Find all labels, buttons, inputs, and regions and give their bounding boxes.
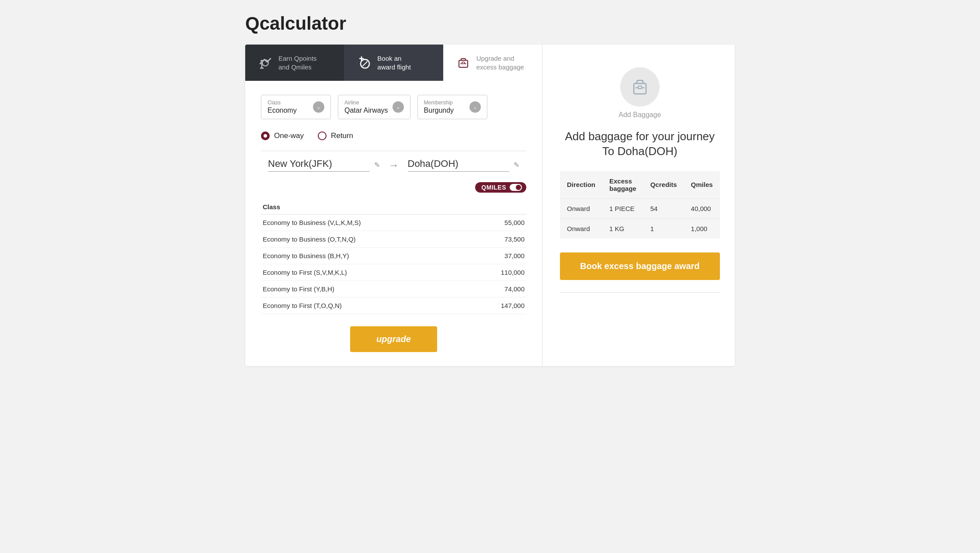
baggage-header: Add Baggage — [560, 67, 720, 119]
baggage-icon-circle — [620, 67, 660, 107]
baggage-table-row: Onward 1 KG 1 1,000 — [560, 218, 720, 238]
row-value: 55,000 — [470, 214, 526, 231]
toggle-knob — [510, 184, 522, 191]
content-area: Class Economy ⌄ Airline Qatar Airways ⌄ — [245, 81, 542, 366]
upgrade-table: Class Economy to Business (V,L,K,M,S) 55… — [261, 200, 526, 314]
table-row: Economy to First (T,O,Q,N) 147,000 — [261, 297, 526, 314]
class-dropdown[interactable]: Class Economy ⌄ — [261, 95, 331, 119]
baggage-table-row: Onward 1 PIECE 54 40,000 — [560, 198, 720, 218]
class-chevron-icon: ⌄ — [313, 101, 324, 113]
baggage-col-header: Excess baggage — [602, 171, 643, 199]
baggage-col-header: Qmiles — [684, 171, 720, 199]
baggage-direction: Onward — [560, 198, 602, 218]
table-row: Economy to First (Y,B,H) 74,000 — [261, 281, 526, 297]
row-class: Economy to Business (O,T,N,Q) — [261, 231, 470, 248]
airline-label: Airline — [344, 100, 388, 106]
row-class: Economy to First (S,V,M,K,L) — [261, 264, 470, 281]
baggage-table: DirectionExcess baggageQcreditsQmiles On… — [560, 171, 720, 238]
upgrade-button[interactable]: upgrade — [350, 326, 437, 352]
svg-rect-7 — [462, 62, 465, 64]
svg-rect-11 — [638, 86, 642, 89]
tab-upgrade-label: Upgrade andexcess baggage — [476, 54, 524, 71]
airline-value: Qatar Airways — [344, 107, 388, 114]
qmiles-toggle[interactable]: QMILES — [475, 182, 526, 193]
left-panel: + Earn Qpointsand Qmiles Book — [245, 45, 542, 366]
qmiles-label: QMILES — [481, 184, 506, 191]
svg-text:+: + — [261, 60, 262, 62]
return-label: Return — [331, 131, 353, 140]
table-row: Economy to Business (V,L,K,M,S) 55,000 — [261, 214, 526, 231]
tab-award[interactable]: Book anaward flight — [344, 45, 443, 81]
row-value: 147,000 — [470, 297, 526, 314]
origin-city: New York(JFK) — [268, 158, 370, 172]
baggage-col-header: Direction — [560, 171, 602, 199]
one-way-label: One-way — [274, 131, 304, 140]
baggage-col-header: Qcredits — [643, 171, 684, 199]
baggage-excess: 1 PIECE — [602, 198, 643, 218]
one-way-radio[interactable] — [261, 131, 270, 140]
row-value: 73,500 — [470, 231, 526, 248]
row-value: 110,000 — [470, 264, 526, 281]
baggage-icon-label: Add Baggage — [619, 111, 661, 119]
book-baggage-button[interactable]: Book excess baggage award — [560, 252, 720, 280]
tab-earn-label: Earn Qpointsand Qmiles — [278, 54, 317, 71]
row-class: Economy to First (Y,B,H) — [261, 281, 470, 297]
upgrade-btn-row: upgrade — [261, 326, 526, 352]
destination-city: Doha(DOH) — [408, 158, 510, 172]
destination-edit-icon[interactable]: ✎ — [514, 161, 519, 169]
table-row: Economy to First (S,V,M,K,L) 110,000 — [261, 264, 526, 281]
class-label: Class — [268, 100, 297, 106]
membership-dropdown[interactable]: Membership Burgundy ⌄ — [417, 95, 487, 119]
tab-bar: + Earn Qpointsand Qmiles Book — [245, 45, 542, 81]
tab-award-label: Book anaward flight — [377, 54, 411, 71]
table-row: Economy to Business (B,H,Y) 37,000 — [261, 248, 526, 264]
award-icon — [356, 55, 372, 71]
book-btn-row: Book excess baggage award — [560, 252, 720, 280]
tab-earn[interactable]: + Earn Qpointsand Qmiles — [245, 45, 344, 81]
row-value: 37,000 — [470, 248, 526, 264]
return-option[interactable]: Return — [318, 131, 353, 140]
membership-label: Membership — [424, 100, 454, 106]
table-header-value — [470, 200, 526, 214]
return-radio[interactable] — [318, 131, 327, 140]
table-row: Economy to Business (O,T,N,Q) 73,500 — [261, 231, 526, 248]
baggage-excess: 1 KG — [602, 218, 643, 238]
origin-input: New York(JFK) ✎ — [268, 158, 380, 172]
airline-dropdown[interactable]: Airline Qatar Airways ⌄ — [338, 95, 410, 119]
baggage-qcredits: 54 — [643, 198, 684, 218]
baggage-qmiles: 40,000 — [684, 198, 720, 218]
row-class: Economy to Business (B,H,Y) — [261, 248, 470, 264]
tab-upgrade[interactable]: Upgrade andexcess baggage — [443, 45, 542, 81]
airline-chevron-icon: ⌄ — [393, 101, 404, 113]
membership-value: Burgundy — [424, 107, 454, 114]
membership-chevron-icon: ⌄ — [469, 101, 481, 113]
route-arrow-icon: → — [389, 159, 399, 171]
earn-icon: + — [257, 55, 273, 71]
one-way-option[interactable]: One-way — [261, 131, 304, 140]
bottom-divider — [560, 292, 720, 293]
dropdowns-row: Class Economy ⌄ Airline Qatar Airways ⌄ — [261, 95, 526, 119]
destination-input: Doha(DOH) ✎ — [408, 158, 520, 172]
page-title: Qcalculator — [245, 13, 735, 34]
upgrade-icon — [455, 55, 471, 71]
baggage-qcredits: 1 — [643, 218, 684, 238]
row-value: 74,000 — [470, 281, 526, 297]
trip-type-group: One-way Return — [261, 131, 526, 140]
divider-1 — [261, 151, 526, 151]
baggage-journey-title: Add baggage for your journey To Doha(DOH… — [560, 129, 720, 159]
row-class: Economy to Business (V,L,K,M,S) — [261, 214, 470, 231]
baggage-qmiles: 1,000 — [684, 218, 720, 238]
baggage-direction: Onward — [560, 218, 602, 238]
route-row: New York(JFK) ✎ → Doha(DOH) ✎ — [261, 158, 526, 172]
right-panel: Add Baggage Add baggage for your journey… — [542, 45, 735, 366]
class-value: Economy — [268, 107, 297, 114]
origin-edit-icon[interactable]: ✎ — [374, 161, 380, 169]
table-header-class: Class — [261, 200, 470, 214]
qmiles-row: QMILES — [261, 182, 526, 193]
row-class: Economy to First (T,O,Q,N) — [261, 297, 470, 314]
